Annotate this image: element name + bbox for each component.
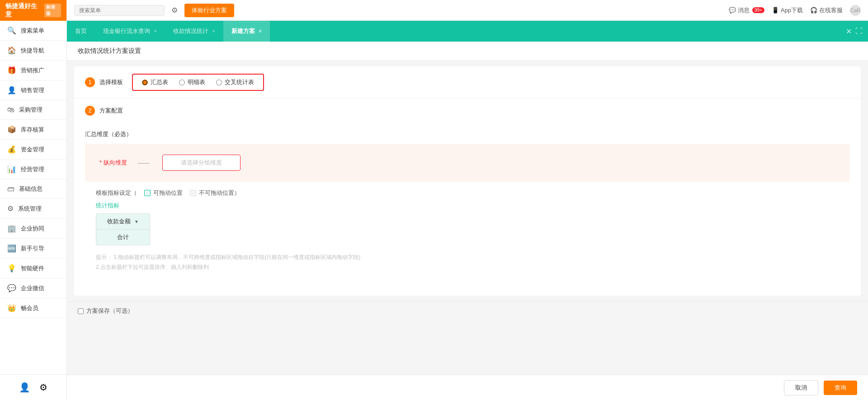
save-checkbox[interactable]: 方案保存（可选） xyxy=(78,307,133,315)
non-draggable-box-icon xyxy=(190,190,196,196)
message-icon: 💬 xyxy=(729,7,736,14)
inventory-icon: 📦 xyxy=(7,125,16,134)
section-header: 收款情况统计方案设置 xyxy=(67,42,868,61)
purchase-icon: 🛍 xyxy=(7,106,14,114)
page-content: 收款情况统计方案设置 1 选择模板 汇总表 明细表 xyxy=(67,42,868,375)
non-draggable-legend: 不可拖动位置） xyxy=(190,189,240,197)
main-content: ⚙ 体验行业方案 💬 消息 99+ 📱 App下载 🎧 在线客服 CaR xyxy=(67,0,868,400)
sidebar-item-inventory[interactable]: 📦库存核算 xyxy=(0,120,66,140)
sidebar-item-member[interactable]: 👑畅会员 xyxy=(0,298,66,318)
page-footer: 方案保存（可选） xyxy=(67,301,868,320)
sidebar-item-purchase[interactable]: 🛍采购管理 xyxy=(0,100,66,120)
dimension-arrow: —— xyxy=(138,160,150,166)
save-checkbox-input[interactable] xyxy=(78,308,84,314)
draggable-legend: 可拖动位置 xyxy=(144,189,183,197)
sidebar: 畅捷通好生意 标准版 🔍搜索菜单🏠快捷导航🎁营销推广👤销售管理🛍采购管理📦库存核… xyxy=(0,0,67,400)
finance-icon: 💰 xyxy=(7,145,16,154)
dimension-title: 汇总维度（必选） xyxy=(85,130,850,138)
topbar: ⚙ 体验行业方案 💬 消息 99+ 📱 App下载 🎧 在线客服 CaR xyxy=(67,0,868,21)
dimension-placeholder[interactable]: 请选择分组维度 xyxy=(162,155,241,171)
dimension-row-label: * 纵向维度 xyxy=(99,159,127,167)
enterprise-icon: 🏢 xyxy=(7,224,16,233)
sidebar-bottom: 👤 ⚙ xyxy=(0,374,66,400)
app-logo: 畅捷通好生意 标准版 xyxy=(0,0,66,21)
draggable-box-icon xyxy=(144,190,151,196)
notification-btn[interactable]: 💬 消息 99+ xyxy=(729,6,764,14)
radio-cross[interactable]: 交叉统计表 xyxy=(216,78,254,86)
step2-label: 方案配置 xyxy=(99,107,123,115)
member-icon: 👑 xyxy=(7,304,16,312)
sidebar-item-basic[interactable]: 🗃基础信息 xyxy=(0,179,66,199)
tab-home[interactable]: 首页 xyxy=(67,21,95,42)
tab-bank[interactable]: 现金银行流水查询× xyxy=(95,21,165,42)
indicator-header: 模板指标设定（ 可拖动位置 不可拖动位置） xyxy=(96,189,839,197)
download-icon: 📱 xyxy=(772,7,779,14)
sidebar-item-finance[interactable]: 💰资金管理 xyxy=(0,140,66,160)
wechat-icon: 💬 xyxy=(7,284,16,292)
tab-close-new[interactable]: × xyxy=(259,28,262,34)
marketing-icon: 🎁 xyxy=(7,66,16,75)
template-selection-box: 汇总表 明细表 交叉统计表 xyxy=(132,74,264,91)
tab-close-collection[interactable]: × xyxy=(212,28,215,34)
service-icon: 🎧 xyxy=(810,7,817,14)
indicator-table: 收款金额 ▼ 合计 xyxy=(96,213,150,245)
template-radio-group: 汇总表 明细表 交叉统计表 xyxy=(142,78,254,86)
system-icon: ⚙ xyxy=(7,204,14,213)
sidebar-item-enterprise[interactable]: 🏢企业协同 xyxy=(0,219,66,239)
config-card: 1 选择模板 汇总表 明细表 交叉统计表 xyxy=(74,66,861,296)
download-btn[interactable]: 📱 App下载 xyxy=(772,6,803,14)
sidebar-item-sales[interactable]: 👤销售管理 xyxy=(0,80,66,100)
tabbar: 首页现金银行流水查询×收款情况统计×新建方案× ✕ ⛶ xyxy=(67,21,868,42)
radio-summary[interactable]: 汇总表 xyxy=(142,78,168,86)
sidebar-item-smart[interactable]: 💡智能硬件 xyxy=(0,259,66,278)
indicator-col-row: 合计 xyxy=(96,230,150,245)
sidebar-settings-icon[interactable]: ⚙ xyxy=(39,382,47,393)
sidebar-item-search[interactable]: 🔍搜索菜单 xyxy=(0,21,66,41)
tip-1: 提示： 1.拖动标题栏可以调整布局，不可跨维度或指标区域拖动目字段(只能在同一维… xyxy=(96,253,839,263)
sidebar-item-marketing[interactable]: 🎁营销推广 xyxy=(0,61,66,80)
operation-icon: 📊 xyxy=(7,165,16,174)
quick-nav-icon: 🏠 xyxy=(7,46,16,55)
step2-header: 2 方案配置 xyxy=(74,99,861,123)
version-badge: 标准版 xyxy=(44,4,61,17)
basic-icon: 🗃 xyxy=(7,185,14,193)
sidebar-item-guide[interactable]: 🆕新手引导 xyxy=(0,239,66,259)
tab-collection[interactable]: 收款情况统计× xyxy=(165,21,223,42)
step2-badge: 2 xyxy=(85,106,95,116)
dimension-area: * 纵向维度 —— 请选择分组维度 xyxy=(85,144,850,182)
industry-button[interactable]: 体验行业方案 xyxy=(184,4,234,17)
guide-icon: 🆕 xyxy=(7,244,16,253)
tip-2: 2.点击标题栏下拉可设置排序、插入列和删除列 xyxy=(96,263,839,273)
tips-section: 提示： 1.拖动标题栏可以调整布局，不可跨维度或指标区域拖动目字段(只能在同一维… xyxy=(85,245,850,279)
sidebar-item-quick-nav[interactable]: 🏠快捷导航 xyxy=(0,41,66,61)
sidebar-item-operation[interactable]: 📊经营管理 xyxy=(0,160,66,179)
settings-gear-icon[interactable]: ⚙ xyxy=(168,4,181,17)
tabbar-actions: ✕ ⛶ xyxy=(846,27,868,36)
search-input[interactable] xyxy=(74,5,165,16)
indicator-section: 模板指标设定（ 可拖动位置 不可拖动位置） 统计指标 xyxy=(85,189,850,245)
smart-icon: 💡 xyxy=(7,264,16,273)
tab-close-bank[interactable]: × xyxy=(154,28,157,34)
sidebar-item-wechat[interactable]: 💬企业微信 xyxy=(0,278,66,298)
search-icon: 🔍 xyxy=(7,26,16,35)
sidebar-item-system[interactable]: ⚙系统管理 xyxy=(0,199,66,219)
user-profile-btn[interactable]: CaR xyxy=(850,5,861,16)
maximize-icon[interactable]: ⛶ xyxy=(855,27,863,35)
topbar-left: ⚙ 体验行业方案 xyxy=(74,4,234,17)
query-button[interactable]: 查询 xyxy=(824,381,857,395)
service-btn[interactable]: 🎧 在线客服 xyxy=(810,6,843,14)
action-bar: 取消 查询 xyxy=(67,375,868,400)
radio-detail[interactable]: 明细表 xyxy=(179,78,205,86)
sidebar-user-icon[interactable]: 👤 xyxy=(19,382,30,393)
indicator-group-label: 统计指标 xyxy=(96,202,839,210)
cancel-button[interactable]: 取消 xyxy=(784,380,818,395)
logo-text: 畅捷通好生意 xyxy=(5,2,42,19)
tab-new[interactable]: 新建方案× xyxy=(223,21,270,42)
step1-label: 选择模板 xyxy=(99,78,123,86)
step2-row: 2 方案配置 汇总维度（必选） * 纵向维度 —— 请选择分组维度 xyxy=(74,99,861,287)
chevron-down-icon: ▼ xyxy=(134,219,139,224)
step1-badge: 1 xyxy=(85,77,95,87)
notification-badge: 99+ xyxy=(752,7,764,13)
indicator-col-header[interactable]: 收款金额 ▼ xyxy=(96,214,150,230)
close-window-icon[interactable]: ✕ xyxy=(846,27,852,36)
